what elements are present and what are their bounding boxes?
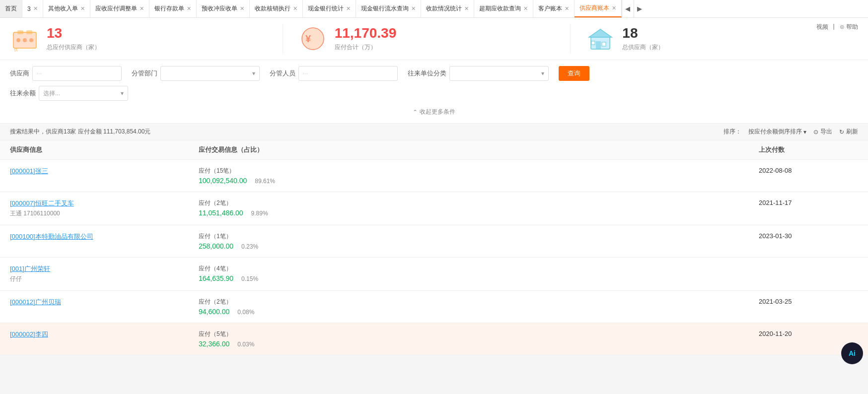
nav-item-receipt-stat[interactable]: 收款情况统计 ✕ xyxy=(421,0,474,17)
close-tab3-icon[interactable]: ✕ xyxy=(33,5,38,12)
nav-item-pre-receipt[interactable]: 预收冲应收单 ✕ xyxy=(197,0,250,17)
payable-info-li4: 应付（5笔） 32,366.00 0.03% xyxy=(199,330,759,348)
data-table: 供应商信息 应付交易信息（占比） 上次付数 [000001]张三 应付（15笔）… xyxy=(0,140,868,355)
amount-icon: ¥ xyxy=(298,24,328,54)
payable-amount-bente: 258,000.00 xyxy=(199,242,233,250)
col-header-payable: 应付交易信息（占比） xyxy=(199,145,759,154)
collapse-bar[interactable]: ⌃ 收起更多条件 xyxy=(10,106,858,118)
nav-label-tab3: 3 xyxy=(27,5,31,12)
dept-filter-label: 分管部门 xyxy=(132,69,157,78)
last-pay-bente: 2023-01-30 xyxy=(759,232,858,240)
store-icon xyxy=(585,24,615,54)
supplier-info-bente: [000100]本特勤油品有限公司 xyxy=(10,232,199,241)
close-overdue-query-icon[interactable]: ✕ xyxy=(523,5,528,12)
refresh-icon: ↻ xyxy=(839,129,844,135)
supplier-link-rongxuan[interactable]: [001]广州荣轩 xyxy=(10,264,199,273)
table-header: 供应商信息 应付交易信息（占比） 上次付数 xyxy=(0,140,868,160)
supplier-info-li4: [000002]李四 xyxy=(10,330,199,339)
stat-total-vendors: 18 总供应商（家） xyxy=(571,24,858,54)
payable-count-bente: 应付（1笔） xyxy=(199,232,759,241)
filter-area: 供应商 ··· 分管部门 ▾ 分管人员 ··· xyxy=(0,60,868,124)
nav-label-receipt-stat: 收款情况统计 xyxy=(426,4,462,13)
supplier-link-beirui[interactable]: [000012]广州贝瑞 xyxy=(10,298,199,307)
filter-balance: 往来余额 选择... ▾ xyxy=(10,86,128,101)
person-filter-label: 分管人员 xyxy=(270,69,295,78)
close-receipt-stat-icon[interactable]: ✕ xyxy=(464,5,469,12)
payable-count-zhang3: 应付（15笔） xyxy=(199,167,759,175)
last-pay-zhang3: 2022-08-08 xyxy=(759,167,858,174)
payable-info-rongxuan: 应付（4笔） 164,635.90 0.15% xyxy=(199,264,759,282)
payable-percent-beirui: 0.08% xyxy=(237,309,254,316)
close-ar-ap-adjust-icon[interactable]: ✕ xyxy=(140,5,144,12)
supplier-info-zhang3: [000001]张三 xyxy=(10,167,199,176)
top-navigation: 首页 3 ✕ 其他收入单 ✕ 应收应付调整单 ✕ 银行存款单 ✕ 预收冲应收单 … xyxy=(0,0,868,18)
result-bar: 搜索结果中，供应商13家 应付金额 111,703,854.00元 排序： 按应… xyxy=(0,124,868,140)
nav-item-overdue-query[interactable]: 超期应收款查询 ✕ xyxy=(474,0,533,17)
top-right-links: 视频 | ⊙ 帮助 xyxy=(816,23,858,31)
close-bank-deposit-icon[interactable]: ✕ xyxy=(187,5,191,12)
payable-percent-li4: 0.03% xyxy=(237,341,254,348)
nav-item-other-income[interactable]: 其他收入单 ✕ xyxy=(43,0,90,17)
nav-item-cash-bank-stat[interactable]: 现金银行统计 ✕ xyxy=(303,0,356,17)
nav-label-cash-bank-stat: 现金银行统计 xyxy=(308,4,344,13)
export-button[interactable]: ⊙ 导出 xyxy=(813,128,832,136)
supplier-link-zhang3[interactable]: [000001]张三 xyxy=(10,167,199,176)
last-pay-beirui: 2021-03-25 xyxy=(759,298,858,305)
stat-label-payable-amount: 应付合计（万） xyxy=(335,43,397,52)
sort-select[interactable]: 按应付余额倒序排序 ▾ xyxy=(748,128,806,136)
ai-badge[interactable]: Ai xyxy=(841,342,863,364)
supplier-link-li4[interactable]: [000002]李四 xyxy=(10,330,199,339)
svg-rect-13 xyxy=(591,41,595,45)
stat-total-payable-amount: ¥ 11,170.39 应付合计（万） xyxy=(283,24,571,54)
svg-marker-10 xyxy=(589,29,612,37)
close-cash-bank-stat-icon[interactable]: ✕ xyxy=(346,5,351,12)
nav-arrow-right[interactable]: ▶ xyxy=(634,0,646,17)
nav-label-cash-flow-query: 现金银行流水查询 xyxy=(361,4,409,13)
filter-category: 往来单位分类 ▾ xyxy=(408,66,549,81)
nav-item-customer-ledger[interactable]: 客户账本 ✕ xyxy=(533,0,575,17)
nav-item-receipt-exec[interactable]: 收款核销执行 ✕ xyxy=(250,0,303,17)
table-row: [001]广州荣轩 仔仔 应付（4笔） 164,635.90 0.15% xyxy=(0,258,868,291)
nav-arrow-left[interactable]: ◀ xyxy=(622,0,634,17)
nav-label-receipt-exec: 收款核销执行 xyxy=(255,4,290,13)
result-summary: 搜索结果中，供应商13家 应付金额 111,703,854.00元 xyxy=(10,128,150,136)
nav-label-bank-deposit: 银行存款单 xyxy=(154,4,184,13)
nav-label-pre-receipt: 预收冲应收单 xyxy=(202,4,237,13)
supplier-sub-rongxuan: 仔仔 xyxy=(10,275,199,283)
collapse-label: 收起更多条件 xyxy=(420,108,455,116)
nav-item-home[interactable]: 首页 xyxy=(0,0,22,17)
close-pre-receipt-icon[interactable]: ✕ xyxy=(240,5,244,12)
supplier-link-bente[interactable]: [000100]本特勤油品有限公司 xyxy=(10,232,199,241)
video-link[interactable]: 视频 xyxy=(816,23,828,31)
vendor-icon: 供 xyxy=(10,24,40,54)
balance-chevron-icon: ▾ xyxy=(121,90,124,97)
close-vendor-ledger-icon[interactable]: ✕ xyxy=(612,5,616,11)
close-customer-ledger-icon[interactable]: ✕ xyxy=(565,5,569,12)
nav-item-cash-flow-query[interactable]: 现金银行流水查询 ✕ xyxy=(356,0,421,17)
payable-percent-hengwang: 9.89% xyxy=(251,210,268,217)
nav-label-home: 首页 xyxy=(5,4,17,13)
refresh-button[interactable]: ↻ 刷新 xyxy=(839,128,858,136)
separator: | xyxy=(833,23,835,31)
collapse-up-icon: ⌃ xyxy=(413,109,418,116)
supplier-link-hengwang[interactable]: [000007]恒旺二手叉车 xyxy=(10,199,199,208)
filter-row-2: 往来余额 选择... ▾ xyxy=(10,86,858,101)
stats-bar: 供 13 总应付供应商（家） ¥ 11,170.39 应付合计（万） xyxy=(0,18,868,60)
payable-count-hengwang: 应付（2笔） xyxy=(199,199,759,207)
close-receipt-exec-icon[interactable]: ✕ xyxy=(293,5,297,12)
close-other-income-icon[interactable]: ✕ xyxy=(80,5,85,12)
help-link[interactable]: ⊙ 帮助 xyxy=(840,23,858,31)
filter-supplier: 供应商 ··· xyxy=(10,66,122,81)
balance-select[interactable]: 选择... ▾ xyxy=(39,86,128,101)
balance-placeholder: 选择... xyxy=(43,89,60,98)
stat-number-payable-vendors: 13 xyxy=(47,26,100,41)
query-button[interactable]: 查询 xyxy=(559,66,589,81)
nav-item-bank-deposit[interactable]: 银行存款单 ✕ xyxy=(149,0,197,17)
nav-item-tab3[interactable]: 3 ✕ xyxy=(22,0,43,17)
nav-item-vendor-ledger[interactable]: 供应商账本 ✕ xyxy=(575,0,622,17)
close-cash-flow-query-icon[interactable]: ✕ xyxy=(411,5,416,12)
filter-dept: 分管部门 ▾ xyxy=(132,66,260,81)
nav-item-ar-ap-adjust[interactable]: 应收应付调整单 ✕ xyxy=(90,0,149,17)
dept-select[interactable]: ▾ xyxy=(160,66,260,81)
category-select[interactable]: ▾ xyxy=(449,66,549,81)
